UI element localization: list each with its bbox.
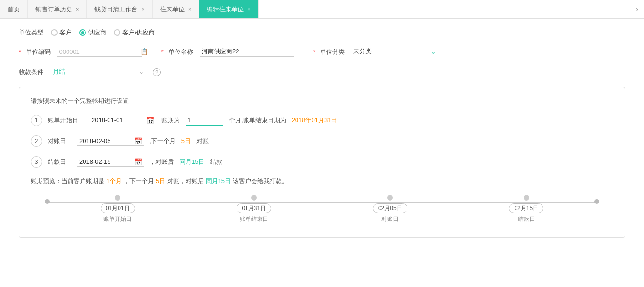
timeline-point-2: 01月31日 账单结束日 (186, 195, 322, 223)
unit-type-label: 单位类型 (19, 28, 43, 37)
tab-sales-history-close[interactable]: × (76, 7, 79, 12)
payment-value: 月结 (51, 67, 137, 77)
step-3-label: 结款日 (48, 158, 72, 166)
timeline-dot-4 (524, 195, 529, 201)
unit-name-label: 单位名称 (169, 48, 193, 56)
preview-day: 5日 (156, 177, 165, 185)
unit-code-field: 📋 (57, 47, 142, 57)
step-2-date-field: 📅 (77, 136, 144, 146)
radio-supplier[interactable]: 供应商 (79, 28, 106, 37)
radio-supplier-circle (79, 29, 86, 36)
timeline-badge-1: 01月01日 (101, 203, 135, 213)
preview-period: 1个月 (106, 177, 122, 185)
unit-code-label: 单位编码 (26, 48, 51, 56)
step-2-label: 对账日 (48, 137, 72, 145)
radio-customer-supplier[interactable]: 客户/供应商 (114, 28, 155, 37)
unit-classify-value: 未分类 (351, 46, 431, 57)
radio-customer-supplier-circle (114, 29, 120, 36)
unit-name-input[interactable] (200, 47, 294, 57)
step-1-calendar-icon[interactable]: 📅 (146, 117, 154, 124)
timeline-start-dot (45, 199, 50, 204)
timeline-start-cap (45, 195, 50, 204)
timeline-badge-3: 02月05日 (373, 203, 407, 213)
payment-help-icon[interactable]: ? (153, 68, 161, 76)
unit-code-group: * 单位编码 📋 (19, 47, 142, 57)
timeline-point-1: 01月01日 账单开始日 (50, 195, 186, 223)
timeline-badge-2: 01月31日 (237, 203, 271, 213)
preview-mid1: ，下一个月 (123, 177, 154, 185)
payment-label: 收款条件 (19, 68, 43, 76)
unit-code-input[interactable] (57, 47, 140, 56)
unit-classify-group: * 单位分类 未分类 ⌄ (313, 46, 436, 57)
timeline-end-dot (594, 199, 599, 204)
step-1-period-suffix: 个月,账单结束日期为 (229, 116, 286, 125)
timeline-end-cap (594, 195, 599, 204)
radio-customer-label: 客户 (59, 28, 72, 37)
radio-customer[interactable]: 客户 (51, 28, 72, 37)
preview-suffix: 该客户会给我打款。 (233, 177, 288, 185)
radio-group-unit-type: 客户 供应商 客户/供应商 (51, 28, 155, 37)
step-3-num: 3 (31, 156, 42, 168)
step-3-highlight-day: 同月15日 (179, 158, 204, 166)
timeline-label-2: 账单结束日 (240, 215, 268, 223)
timeline: 01月01日 账单开始日 01月31日 账单结束日 02月05日 对账日 (31, 195, 613, 223)
step-3-suffix2: 结款 (210, 158, 222, 166)
radio-customer-supplier-label: 客户/供应商 (122, 28, 155, 37)
tab-edit-partner-close[interactable]: × (247, 7, 250, 12)
payment-dropdown[interactable]: 月结 ⌄ (51, 67, 145, 77)
unit-classify-arrow-icon: ⌄ (431, 48, 436, 55)
step-1-period-prefix: 账期为 (161, 116, 180, 125)
tab-bar: 首页 销售订单历史 × 钱货日清工作台 × 往来单位 × 编辑往来单位 × › (0, 0, 644, 19)
tab-cash-work-close[interactable]: × (141, 7, 144, 12)
preview-text: 账期预览：当前客户账期是 1个月 ，下一个月 5日 对账，对账后 同月15日 该… (31, 177, 613, 186)
unit-name-required: * (161, 48, 163, 56)
main-content: 单位类型 客户 供应商 客户/供应商 * 单位编码 📋 (0, 19, 644, 287)
timeline-label-1: 账单开始日 (103, 215, 132, 223)
timeline-points: 01月01日 账单开始日 01月31日 账单结束日 02月05日 对账日 (45, 195, 599, 223)
step-2-suffix2: 对账 (196, 137, 209, 145)
step-1-date-input[interactable] (90, 116, 146, 125)
unit-type-row: 单位类型 客户 供应商 客户/供应商 (19, 28, 625, 37)
step-2-date-input[interactable] (77, 136, 134, 145)
step-3-date-input[interactable] (77, 157, 134, 166)
step-3-calendar-icon[interactable]: 📅 (134, 158, 142, 166)
step-1-num: 1 (31, 115, 42, 126)
tab-partners[interactable]: 往来单位 × (153, 0, 199, 18)
tab-sales-history[interactable]: 销售订单历史 × (28, 0, 87, 18)
tab-more-button[interactable]: › (630, 0, 644, 18)
payment-row: 收款条件 月结 ⌄ ? (19, 67, 625, 77)
step-3-date-field: 📅 (77, 157, 144, 167)
unit-code-icon[interactable]: 📋 (140, 48, 148, 55)
timeline-badge-4: 02月15日 (509, 203, 543, 213)
tab-home[interactable]: 首页 (0, 0, 28, 18)
timeline-dot-3 (387, 195, 393, 201)
radio-customer-circle (51, 29, 58, 36)
step-2-calendar-icon[interactable]: 📅 (134, 137, 142, 145)
unit-classify-label: 单位分类 (320, 48, 345, 56)
step-3-row: 3 结款日 📅 ，对账后 同月15日 结款 (31, 156, 613, 168)
tab-cash-work[interactable]: 钱货日清工作台 × (87, 0, 152, 18)
timeline-point-4: 02月15日 结款日 (458, 195, 595, 223)
period-settings-card: 请按照未来的一个完整帐期进行设置 1 账单开始日 📅 账期为 个月,账单结束日期… (19, 87, 625, 238)
timeline-dot-1 (115, 195, 120, 201)
step-1-row: 1 账单开始日 📅 账期为 个月,账单结束日期为 2018年01月31日 (31, 115, 613, 126)
timeline-label-3: 对账日 (381, 215, 398, 223)
step-1-period-input[interactable] (186, 116, 223, 126)
preview-mid2: 对账，对账后 (167, 177, 204, 185)
step-1-date-field: 📅 (90, 116, 156, 125)
step-2-row: 2 对账日 📅 ,下一个月 5日 对账 (31, 135, 613, 147)
unit-classify-required: * (313, 48, 315, 56)
step-3-suffix1: ，对账后 (149, 158, 174, 166)
tab-partners-close[interactable]: × (188, 7, 191, 12)
timeline-dot-2 (251, 195, 257, 201)
payment-dropdown-arrow-icon: ⌄ (137, 68, 145, 75)
tab-edit-partner[interactable]: 编辑往来单位 × (199, 0, 258, 18)
timeline-label-4: 结款日 (518, 215, 535, 223)
radio-supplier-label: 供应商 (88, 28, 106, 37)
step-2-num: 2 (31, 135, 42, 147)
preview-prefix: 账期预览：当前客户账期是 (31, 177, 104, 185)
card-instruction: 请按照未来的一个完整帐期进行设置 (31, 97, 613, 105)
unit-name-group: * 单位名称 (161, 47, 294, 57)
step-1-label: 账单开始日 (48, 116, 84, 125)
unit-classify-dropdown[interactable]: 未分类 ⌄ (351, 46, 436, 57)
